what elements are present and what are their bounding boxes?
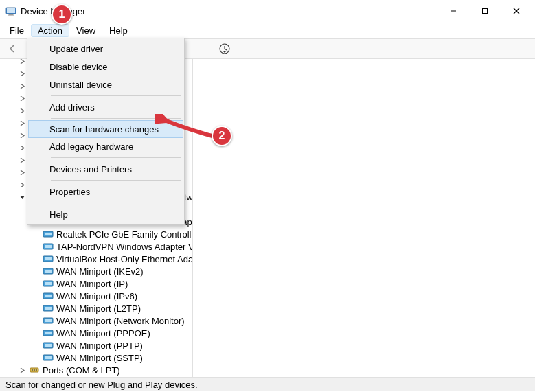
menu-uninstall-device[interactable]: Uninstall device [29,76,183,93]
network-adapter-icon [43,290,54,301]
chevron-right-icon [18,131,26,139]
tree-node-label-partial: twork) [184,192,193,203]
svg-rect-22 [45,282,52,285]
tree-item[interactable]: WAN Miniport (IP) [0,277,192,290]
svg-rect-30 [45,332,52,334]
tree-item[interactable]: WAN Miniport (IKEv2) [0,265,192,277]
network-adapter-icon [43,352,54,363]
chevron-right-icon [18,94,26,102]
tree-node-label: Ports (COM & LPT) [43,365,120,376]
network-adapter-icon [43,278,54,289]
svg-rect-28 [45,319,52,322]
menu-devices-and-printers[interactable]: Devices and Printers [29,160,183,178]
tree-item-label: WAN Miniport (PPTP) [56,341,143,351]
minimize-button[interactable] [437,0,469,22]
tree-item[interactable]: TAP-NordVPN Windows Adapter V9 [0,240,192,253]
device-manager-icon [5,5,16,16]
tree-item-label: WAN Miniport (IPv6) [56,291,137,301]
back-button[interactable] [4,41,21,57]
tree-item[interactable]: WAN Miniport (PPPOE) [0,327,192,339]
svg-rect-14 [45,233,52,235]
network-adapter-icon [43,229,54,240]
chevron-right-icon [18,366,26,374]
menu-separator [51,180,181,181]
close-button[interactable] [501,0,532,22]
menu-view[interactable]: View [69,24,102,37]
tree-item[interactable]: WAN Miniport (Network Monitor) [0,314,192,327]
tree-item-label: Realtek PCIe GbE Family Controller #2 [56,229,193,240]
tree-item-label: WAN Miniport (IKEv2) [56,266,144,277]
svg-rect-24 [45,295,52,297]
tree-item-label: WAN Miniport (IP) [56,279,128,289]
menu-help[interactable]: Help [102,24,135,37]
svg-rect-16 [45,245,52,248]
menu-disable-device[interactable]: Disable device [29,58,183,76]
tree-item-label: WAN Miniport (SSTP) [56,353,143,363]
tree-item-label: WAN Miniport (L2TP) [56,303,141,314]
tree-item-label: VirtualBox Host-Only Ethernet Adapter [56,254,193,264]
menu-file[interactable]: File [3,24,31,37]
menu-help[interactable]: Help [29,205,183,223]
titlebar: Device Manager [0,0,535,22]
chevron-right-icon [18,168,26,176]
menu-action[interactable]: Action [31,24,69,37]
network-adapter-icon [43,303,54,314]
ports-icon [29,365,40,376]
svg-rect-5 [483,9,488,14]
tree-item[interactable]: WAN Miniport (SSTP) [0,351,192,364]
svg-rect-1 [7,8,15,13]
chevron-right-icon [18,156,26,164]
chevron-right-icon [18,119,26,127]
chevron-right-icon [18,181,26,189]
tree-item[interactable]: WAN Miniport (IPv6) [0,290,192,302]
menu-update-driver[interactable]: Update driver [29,40,183,58]
svg-point-36 [32,369,33,371]
svg-point-37 [34,369,35,371]
svg-rect-3 [8,15,14,16]
svg-rect-34 [45,356,52,359]
svg-point-38 [36,369,37,371]
network-adapter-icon [43,327,54,338]
network-adapter-icon [43,266,54,277]
chevron-right-icon [18,82,26,90]
network-adapter-icon [43,315,54,326]
network-adapter-icon [43,253,54,264]
menu-separator [51,157,181,158]
chevron-right-icon [18,59,26,65]
annotation-step-2: 2 [212,126,232,146]
detail-pane [194,59,535,377]
svg-rect-32 [45,344,52,347]
menu-properties[interactable]: Properties [29,183,183,200]
tree-item-label: WAN Miniport (PPPOE) [56,328,150,338]
scan-hardware-button[interactable] [216,41,233,57]
tree-item[interactable]: VirtualBox Host-Only Ethernet Adapter [0,253,192,265]
menu-separator [51,95,181,96]
statusbar: Scan for changed or new Plug and Play de… [0,378,535,391]
chevron-right-icon [18,69,26,78]
menu-separator [51,203,181,203]
tree-item[interactable]: WAN Miniport (PPTP) [0,339,192,351]
tree-item[interactable]: Realtek PCIe GbE Family Controller #2 [0,228,192,240]
maximize-button[interactable] [469,0,501,22]
svg-rect-26 [45,307,52,310]
chevron-right-icon [18,143,26,152]
network-adapter-icon [43,340,54,351]
status-text: Scan for changed or new Plug and Play de… [5,380,198,390]
tree-item-label: WAN Miniport (Network Monitor) [56,316,185,326]
chevron-down-icon [18,193,26,201]
svg-rect-20 [45,270,52,273]
annotation-step-1: 1 [52,4,72,25]
tree-item-label: TAP-NordVPN Windows Adapter V9 [56,242,193,252]
tree-item[interactable]: WAN Miniport (L2TP) [0,302,192,314]
svg-rect-18 [45,257,52,260]
network-adapter-icon [43,241,54,252]
tree-node-ports[interactable]: Ports (COM & LPT) [0,364,192,376]
svg-rect-2 [9,14,13,15]
chevron-right-icon [18,106,26,115]
menubar: File Action View Help [0,22,535,38]
